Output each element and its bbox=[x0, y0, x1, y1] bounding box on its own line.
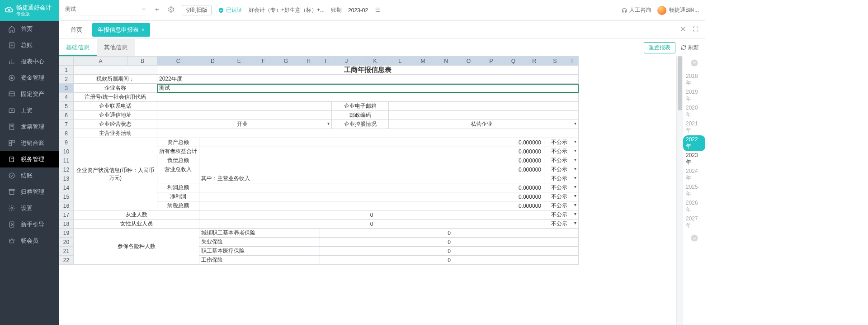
row-header-18[interactable]: 18 bbox=[59, 220, 74, 229]
col-header-T[interactable]: T bbox=[566, 57, 579, 66]
sidebar-item-wallet[interactable]: 资金管理 bbox=[0, 70, 59, 86]
row-header-5[interactable]: 5 bbox=[59, 102, 74, 111]
col-header-N[interactable]: N bbox=[435, 57, 458, 66]
sidebar-item-asset[interactable]: 固定资产 bbox=[0, 86, 59, 102]
col-header-D[interactable]: D bbox=[199, 57, 226, 66]
val-net-profit[interactable]: 0.000000 bbox=[199, 192, 544, 201]
gear-icon[interactable] bbox=[167, 5, 175, 15]
dd-owner-equity[interactable]: 不公示 bbox=[544, 147, 579, 156]
row-header-9[interactable]: 9 bbox=[59, 138, 74, 147]
col-header-F[interactable]: F bbox=[252, 57, 275, 66]
row-header-6[interactable]: 6 bbox=[59, 111, 74, 120]
sidebar-item-vip[interactable]: 畅会员 bbox=[0, 233, 59, 249]
user-menu[interactable]: 畅捷通B组... bbox=[657, 6, 699, 15]
year-2027年[interactable]: 2027年 bbox=[683, 215, 705, 230]
subtab-other[interactable]: 其他信息 bbox=[97, 39, 135, 56]
val-regno[interactable] bbox=[157, 93, 579, 102]
val-unemp[interactable]: 0 bbox=[320, 238, 579, 247]
account-select[interactable]: 测试 bbox=[65, 5, 146, 15]
year-2023年[interactable]: 2023年 bbox=[683, 151, 705, 167]
val-total-profit[interactable]: 0.000000 bbox=[199, 183, 544, 192]
col-header-B[interactable]: B bbox=[128, 57, 157, 66]
val-company-name[interactable]: 测试 bbox=[157, 84, 579, 93]
sidebar-item-tax[interactable]: 税务管理 bbox=[0, 151, 59, 167]
refresh-button[interactable]: 刷新 bbox=[681, 44, 699, 52]
val-addr[interactable] bbox=[157, 111, 332, 120]
col-header-S[interactable]: S bbox=[544, 57, 566, 66]
dd-female[interactable]: 不公示 bbox=[544, 220, 579, 229]
col-header-R[interactable]: R bbox=[524, 57, 544, 66]
col-header-J[interactable]: J bbox=[332, 57, 362, 66]
val-owner-equity[interactable]: 0.000000 bbox=[199, 147, 544, 156]
year-2024年[interactable]: 2024年 bbox=[683, 167, 705, 183]
sidebar-item-settings[interactable]: 设置 bbox=[0, 200, 59, 216]
col-header-M[interactable]: M bbox=[411, 57, 435, 66]
switch-old-button[interactable]: 切到旧版 bbox=[182, 5, 212, 15]
year-2019年[interactable]: 2019年 bbox=[683, 88, 705, 104]
row-header-22[interactable]: 22 bbox=[59, 256, 74, 265]
dd-total-profit[interactable]: 不公示 bbox=[544, 183, 579, 192]
year-2021年[interactable]: 2021年 bbox=[683, 119, 705, 135]
row-header-20[interactable]: 20 bbox=[59, 238, 74, 247]
year-2020年[interactable]: 2020年 bbox=[683, 104, 705, 119]
row-header-12[interactable]: 12 bbox=[59, 165, 74, 174]
sidebar-item-invoice[interactable]: 发票管理 bbox=[0, 119, 59, 135]
tab-annual-report[interactable]: 年报信息申报表× bbox=[92, 23, 150, 37]
sidebar-item-stock[interactable]: 进销台账 bbox=[0, 135, 59, 151]
val-zip[interactable] bbox=[389, 111, 579, 120]
human-service-button[interactable]: 人工咨询 bbox=[621, 6, 651, 14]
sidebar-item-guide[interactable]: 新手引导 bbox=[0, 216, 59, 233]
col-header-I[interactable]: I bbox=[320, 57, 332, 66]
dd-total-assets[interactable]: 不公示 bbox=[544, 138, 579, 147]
year-2026年[interactable]: 2026年 bbox=[683, 199, 705, 215]
tab-home[interactable]: 首页 bbox=[65, 23, 88, 37]
year-2022年[interactable]: 2022年 bbox=[683, 135, 705, 151]
sidebar-item-ledger[interactable]: 总账 bbox=[0, 37, 59, 53]
row-header-15[interactable]: 15 bbox=[59, 192, 74, 201]
fullscreen-icon[interactable] bbox=[693, 26, 699, 33]
row-header-14[interactable]: 14 bbox=[59, 183, 74, 192]
row-header-3[interactable]: 3 bbox=[59, 84, 74, 93]
val-employees[interactable]: 0 bbox=[199, 210, 544, 220]
dd-total-liab[interactable]: 不公示 bbox=[544, 156, 579, 165]
val-mainbiz[interactable] bbox=[157, 129, 579, 138]
row-header-2[interactable]: 2 bbox=[59, 75, 74, 84]
period-value[interactable]: 2023-02 bbox=[348, 7, 368, 14]
val-oper-rev[interactable]: 0.000000 bbox=[199, 165, 544, 174]
val-total-assets[interactable]: 0.000000 bbox=[199, 138, 544, 147]
row-header-8[interactable]: 8 bbox=[59, 129, 74, 138]
dd-total-tax[interactable]: 不公示 bbox=[544, 201, 579, 210]
val-total-tax[interactable]: 0.000000 bbox=[199, 201, 544, 210]
col-header-P[interactable]: P bbox=[480, 57, 503, 66]
reset-report-button[interactable]: 重置报表 bbox=[644, 42, 675, 53]
row-header-19[interactable]: 19 bbox=[59, 229, 74, 238]
calendar-icon[interactable] bbox=[374, 6, 382, 14]
dd-oper-rev[interactable]: 不公示 bbox=[544, 165, 579, 174]
col-header-Q[interactable]: Q bbox=[503, 57, 524, 66]
row-header-16[interactable]: 16 bbox=[59, 201, 74, 210]
val-main-rev[interactable] bbox=[252, 174, 544, 183]
dd-employees[interactable]: 不公示 bbox=[544, 210, 579, 220]
year-2018年[interactable]: 2018年 bbox=[683, 72, 705, 88]
sidebar-item-chart[interactable]: 报表中心 bbox=[0, 53, 59, 70]
close-all-icon[interactable] bbox=[680, 26, 686, 33]
col-header-A[interactable]: A bbox=[74, 57, 128, 66]
row-header-4[interactable]: 4 bbox=[59, 93, 74, 102]
row-header-7[interactable]: 7 bbox=[59, 120, 74, 129]
corner-cell[interactable] bbox=[59, 57, 74, 66]
year-up-icon[interactable] bbox=[690, 59, 698, 68]
val-bizstatus[interactable]: 开业 bbox=[157, 120, 332, 129]
sidebar-item-home[interactable]: 首页 bbox=[0, 21, 59, 37]
val-pension[interactable]: 0 bbox=[320, 229, 579, 238]
row-header-10[interactable]: 10 bbox=[59, 147, 74, 156]
add-account-icon[interactable] bbox=[153, 5, 161, 15]
dd-net-profit[interactable]: 不公示 bbox=[544, 192, 579, 201]
col-header-E[interactable]: E bbox=[226, 57, 252, 66]
vertical-scrollbar[interactable] bbox=[676, 56, 683, 325]
row-header-1[interactable]: 1 bbox=[59, 66, 74, 75]
val-injury[interactable]: 0 bbox=[320, 256, 579, 265]
year-down-icon[interactable] bbox=[690, 234, 698, 244]
row-header-11[interactable]: 11 bbox=[59, 156, 74, 165]
row-header-13[interactable]: 13 bbox=[59, 174, 74, 183]
val-female[interactable]: 0 bbox=[199, 220, 544, 229]
